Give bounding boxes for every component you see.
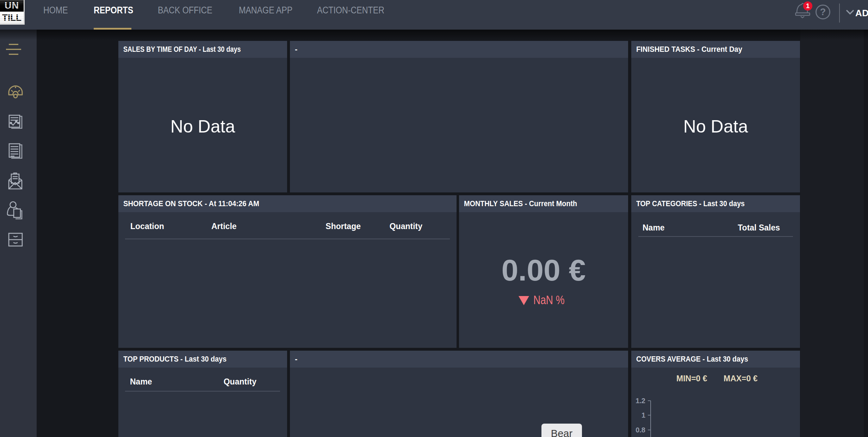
svg-text:?: ?	[820, 7, 826, 17]
